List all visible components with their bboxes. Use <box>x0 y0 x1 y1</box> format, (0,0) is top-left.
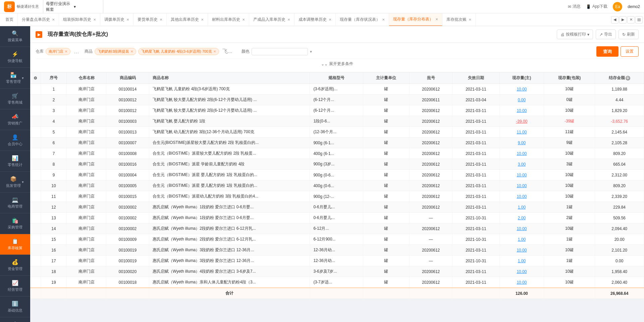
sidebar-item-finance[interactable]: 💰 资金管理 <box>0 255 30 276</box>
warehouse-tag-close[interactable]: ✕ <box>65 50 67 53</box>
row-expiry: 2021-03-11 <box>452 277 499 288</box>
nav-close-all-button[interactable]: ✕ <box>627 16 635 23</box>
messages-button[interactable]: ✉ 消息 <box>568 4 581 9</box>
row-qty-main[interactable]: 2.00 <box>499 213 544 223</box>
refresh-button[interactable]: ↻ 刷新 <box>619 30 639 39</box>
row-qty-main[interactable]: 10.00 <box>499 170 544 180</box>
row-unit: 罐 <box>363 180 410 191</box>
nav-next-button[interactable]: ▶ <box>619 16 627 23</box>
row-qty-main[interactable]: 1.00 <box>499 256 544 266</box>
top-bar: 标 畅捷通好生意 母婴行业演示账套 ▾ ✉ 消息 📱 App下载 Ea demo… <box>0 0 644 13</box>
tab-batch[interactable]: 库存批次账 ✕ <box>442 13 476 26</box>
print-button[interactable]: 🖨 按模板打印 ▾ <box>557 30 593 39</box>
row-qty-main[interactable]: 10.00 <box>499 266 544 277</box>
row-qty-main[interactable]: 10.00 <box>499 277 544 288</box>
row-name: 合生元（BIOSTIME）派星 婴儿配方奶粉 1段 乳核蛋白的... <box>149 170 310 180</box>
tab-transfer[interactable]: 调拨单历史 ✕ <box>100 13 133 26</box>
warehouse-more[interactable]: … <box>72 49 80 55</box>
nav-menu-button[interactable]: ▤ <box>635 16 643 23</box>
row-qty-main[interactable]: 11.00 <box>499 127 544 138</box>
sidebar-item-marketing[interactable]: 📣 营销推广 <box>0 109 30 130</box>
tab-other-out[interactable]: 其他出库单历史 ✕ <box>167 13 208 26</box>
tab-split[interactable]: 分量盘点单历史 ✕ <box>18 13 59 26</box>
row-qty-main[interactable]: 10.00 <box>499 223 544 234</box>
table-row: 4 南岸门店 00100003 飞鹤星飞帆 婴儿配方奶粉 1段 1段(0-6..… <box>30 116 644 127</box>
row-qty-main[interactable]: 9.00 <box>499 138 544 148</box>
sidebar-item-wholesale[interactable]: 📦 批发管理 ▼ <box>0 172 30 193</box>
amount-info-icon[interactable]: ① <box>626 76 630 80</box>
tab-inventory-dist[interactable]: 现存量（库存分布表） ✕ <box>389 13 442 26</box>
close-icon[interactable]: ✕ <box>287 18 290 21</box>
row-qty-main[interactable]: 1.00 <box>499 234 544 245</box>
product-more[interactable]: 飞... <box>221 48 233 55</box>
row-batch: 20200612 <box>410 159 452 170</box>
sidebar-item-purchase[interactable]: 🛍️ 采购管理 <box>0 213 30 234</box>
close-icon[interactable]: ✕ <box>469 18 471 21</box>
close-icon[interactable]: ✕ <box>435 17 438 21</box>
row-qty-main[interactable]: 10.00 <box>499 191 544 202</box>
sidebar-item-inventory[interactable]: 📋 库存核算 <box>0 234 30 255</box>
row-expiry: 2021-03-11 <box>452 84 499 95</box>
product-tag-1-close[interactable]: ✕ <box>130 50 133 53</box>
query-button[interactable]: 查询 <box>596 46 619 57</box>
close-icon[interactable]: ✕ <box>160 18 162 21</box>
row-spec: 900g (12-... <box>310 191 363 202</box>
sidebar-item-retail-mgmt[interactable]: 🏪 零售管理 ▼ <box>0 68 30 89</box>
settings-button[interactable]: 设置 <box>621 46 639 57</box>
row-qty-main[interactable]: 3.00 <box>499 159 544 170</box>
row-warehouse: 南岸门店 <box>67 180 106 191</box>
tab-inventory-status[interactable]: 现存量（库存状况表） ✕ <box>336 13 389 26</box>
sidebar-item-quick-nav[interactable]: ⚡ 快捷导航 <box>0 47 30 68</box>
tab-order[interactable]: 要货单历史 ✕ <box>133 13 167 26</box>
row-expiry: 2021-10-31 <box>452 234 499 245</box>
sidebar-item-operations[interactable]: 📈 经营管理 <box>0 276 30 297</box>
sidebar-item-system[interactable]: ⚙️ 系统管理 <box>0 317 30 322</box>
sidebar-item-retail-shop[interactable]: 🛒 零售商城 <box>0 89 30 109</box>
sidebar-item-ecommerce[interactable]: 💻 电商管理 <box>0 193 30 213</box>
expand-conditions-button[interactable]: ⌄⌄ 展开更多条件 <box>318 60 356 67</box>
sidebar-item-retail-stats[interactable]: 📊 零售统计 <box>0 151 30 172</box>
row-unit: 罐 <box>363 159 410 170</box>
org-selector[interactable]: 母婴行业演示账套 ▾ <box>43 0 103 14</box>
nav-prev-button[interactable]: ◀ <box>611 16 619 23</box>
row-qty-main[interactable]: 10.00 <box>499 105 544 116</box>
close-icon[interactable]: ✕ <box>126 18 129 21</box>
row-batch: — <box>410 213 452 223</box>
page-header: ▶ 现存量查询(按仓库+批次) 🖨 按模板打印 ▾ ↗ 导出 ↻ <box>30 26 644 43</box>
tab-cost-adjust[interactable]: 成本调整单历史 ✕ <box>294 13 336 26</box>
username-display[interactable]: demo2 <box>628 4 640 9</box>
close-icon[interactable]: ✕ <box>382 18 385 21</box>
export-button[interactable]: ↗ 导出 <box>596 30 616 39</box>
close-icon[interactable]: ✕ <box>93 18 96 21</box>
row-warehouse: 南岸门店 <box>67 234 106 245</box>
row-warehouse: 南岸门店 <box>67 84 106 95</box>
tab-home[interactable]: 首页 <box>1 13 18 26</box>
expand-arrow-button[interactable]: ▶ <box>36 31 42 38</box>
chevron-down-icon: ▾ <box>310 49 312 54</box>
row-qty-main[interactable]: 10.00 <box>499 84 544 95</box>
row-qty-main[interactable]: 10.00 <box>499 180 544 191</box>
app-download-button[interactable]: 📱 App下载 <box>586 4 607 9</box>
close-icon[interactable]: ✕ <box>329 18 331 21</box>
color-filter-input[interactable] <box>252 48 308 55</box>
settings-col-header[interactable]: ⚙ <box>30 72 41 84</box>
close-icon[interactable]: ✕ <box>242 18 245 21</box>
row-batch: 20200612 <box>410 266 452 277</box>
close-icon[interactable]: ✕ <box>52 18 55 21</box>
product-tag-2-close[interactable]: ✕ <box>213 50 216 53</box>
row-qty-main[interactable]: 10.00 <box>499 245 544 256</box>
sidebar-item-basic-info[interactable]: ℹ️ 基础信息 <box>0 297 30 317</box>
sidebar-item-search[interactable]: 🔍 搜索英单 <box>0 26 30 47</box>
row-qty-main[interactable]: -39.00 <box>499 116 544 127</box>
close-icon[interactable]: ✕ <box>201 18 204 21</box>
tab-material-out[interactable]: 材料出库单历史 ✕ <box>208 13 249 26</box>
row-qty-main[interactable]: 10.00 <box>499 148 544 159</box>
row-warehouse: 南岸门店 <box>67 116 106 127</box>
sidebar-item-member[interactable]: 👤 会员中心 <box>0 130 30 151</box>
tab-finished-in[interactable]: 产成品入库单历史 ✕ <box>249 13 294 26</box>
row-expiry: 2021-03-11 <box>452 223 499 234</box>
row-qty-main[interactable]: 0.00 <box>499 95 544 105</box>
tab-combo[interactable]: 组装拆卸单历史 ✕ <box>59 13 100 26</box>
row-qty-main[interactable]: 1.00 <box>499 202 544 213</box>
filter-area: 仓库 南岸门店 ✕ … 商品 飞鹤奶粉3 <box>30 43 644 72</box>
